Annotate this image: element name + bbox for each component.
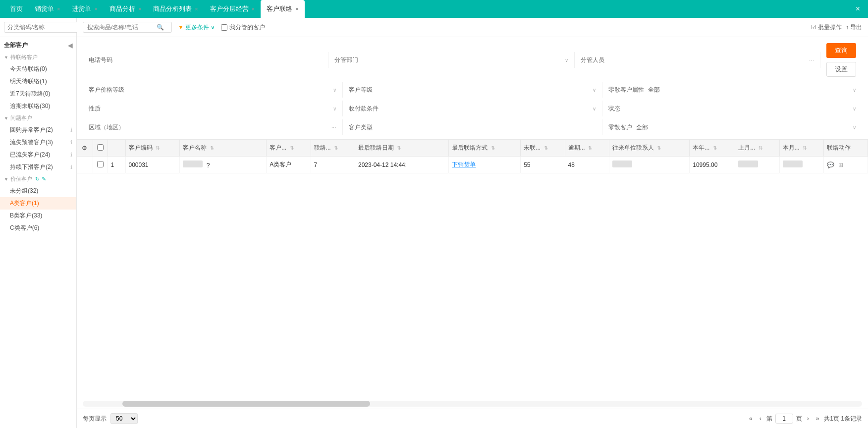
page-number-input[interactable]: [775, 414, 793, 424]
th-last-method[interactable]: 最后联络方式 ⇅: [449, 140, 521, 157]
sidebar-item-abnormal[interactable]: 回购异常客户(2) ℹ: [0, 124, 76, 136]
th-this-year[interactable]: 本年... ⇅: [690, 140, 735, 157]
sidebar-item-lost[interactable]: 已流失客户(24) ℹ: [0, 149, 76, 161]
close-contact-tab[interactable]: ×: [295, 6, 298, 12]
th-code[interactable]: 客户编码 ⇅: [125, 140, 180, 157]
sidebar-item-b-class[interactable]: B类客户(33): [0, 210, 76, 222]
th-this-month[interactable]: 本月... ⇅: [779, 140, 823, 157]
nav-home[interactable]: 首页: [4, 0, 29, 18]
sidebar-item-c-class[interactable]: C类客户(6): [0, 222, 76, 234]
sidebar-item-declining[interactable]: 持续下滑客户(2) ℹ: [0, 161, 76, 173]
nav-customer-contact[interactable]: 客户联络 ×: [261, 0, 304, 18]
row-checkbox[interactable]: [97, 161, 104, 167]
grid-icon[interactable]: ⊞: [838, 161, 843, 168]
status-select[interactable]: ∨: [624, 106, 856, 111]
th-uncontact[interactable]: 未联... ⇅: [521, 140, 565, 157]
price-level-label: 客户价格等级: [89, 86, 124, 94]
th-index: [108, 140, 125, 157]
batch-icon: ☑: [811, 24, 816, 31]
sidebar-section-value[interactable]: ▼ 价值客户 ↻ ✎: [0, 173, 76, 185]
sort-overdue-icon: ⇅: [588, 145, 592, 151]
close-analysis-tab[interactable]: ×: [138, 6, 141, 12]
nav-close-all[interactable]: ×: [852, 4, 864, 13]
close-purchase-tab[interactable]: ×: [94, 6, 97, 12]
my-customer-checkbox[interactable]: 我分管的客户: [221, 23, 265, 32]
td-this-year: 10995.00: [690, 157, 735, 173]
prev-page-btn[interactable]: ‹: [758, 415, 763, 422]
retail-attr-select[interactable]: 全部 ∨: [648, 86, 856, 94]
refresh-icon[interactable]: ↻: [35, 176, 40, 182]
sort-last-method-icon: ⇅: [491, 145, 495, 151]
edit-icon[interactable]: ✎: [42, 176, 46, 182]
phone-input[interactable]: [116, 56, 322, 63]
th-type[interactable]: 客户... ⇅: [267, 140, 311, 157]
dept-label: 分管部门: [334, 56, 358, 64]
sidebar-section-problem[interactable]: 问题客户: [0, 112, 76, 124]
my-customer-check[interactable]: [221, 24, 227, 31]
customer-name-text: ?: [207, 162, 210, 169]
main-search-input[interactable]: [87, 24, 157, 31]
export-btn[interactable]: ↑ 导出: [846, 23, 862, 32]
comment-icon[interactable]: 💬: [827, 161, 834, 168]
select-all-checkbox[interactable]: [97, 144, 104, 151]
th-last-date[interactable]: 最后联络日期 ⇅: [355, 140, 448, 157]
sidebar-section-pending[interactable]: 待联络客户: [0, 52, 76, 63]
th-name[interactable]: 客户名称 ⇅: [180, 140, 267, 157]
dept-select[interactable]: ∨: [362, 57, 568, 63]
settings-button[interactable]: 设置: [826, 62, 856, 77]
sidebar-item-overdue-contact[interactable]: 逾期未联络(30): [0, 100, 76, 112]
th-settings[interactable]: ⚙: [77, 140, 93, 157]
nature-chevron-icon: ∨: [333, 106, 336, 111]
nav-sales[interactable]: 销货单 ×: [29, 0, 66, 18]
sidebar-search-input[interactable]: [4, 22, 85, 33]
th-contact[interactable]: 联络... ⇅: [311, 140, 355, 157]
price-level-select[interactable]: ∨: [128, 87, 336, 93]
sidebar-item-7days-contact[interactable]: 近7天待联络(0): [0, 88, 76, 100]
sidebar-item-today-contact[interactable]: 今天待联络(0): [0, 63, 76, 75]
sidebar-item-ungroup[interactable]: 未分组(32): [0, 185, 76, 197]
info-icon-abnormal: ℹ: [70, 127, 72, 133]
main-search-icon[interactable]: 🔍: [157, 24, 164, 31]
table-wrapper[interactable]: ⚙ 客户编码 ⇅ 客户名称 ⇅: [77, 140, 868, 399]
region-select[interactable]: ···: [128, 124, 336, 131]
close-segment-tab[interactable]: ×: [252, 6, 255, 12]
sort-contact-icon: ⇅: [334, 145, 338, 151]
customer-level-select[interactable]: ∨: [377, 87, 597, 93]
horizontal-scrollbar[interactable]: [77, 399, 868, 409]
close-analysis-list-tab[interactable]: ×: [195, 6, 198, 12]
retail-select[interactable]: 全部 ∨: [636, 123, 856, 132]
th-overdue[interactable]: 逾期... ⇅: [565, 140, 609, 157]
status-chevron-icon: ∨: [853, 106, 856, 111]
query-button[interactable]: 查询: [826, 43, 856, 58]
sidebar-item-a-class[interactable]: A类客户(1): [0, 197, 76, 210]
next-page-btn[interactable]: ›: [805, 415, 811, 422]
data-table-container: ⚙ 客户编码 ⇅ 客户名称 ⇅: [77, 140, 868, 428]
per-page-select[interactable]: 50 20 100: [110, 413, 138, 424]
th-last-month[interactable]: 上月... ⇅: [735, 140, 779, 157]
scroll-thumb[interactable]: [122, 401, 370, 407]
more-filter-btn[interactable]: ▼ 更多条件 ∨: [178, 23, 215, 32]
payment-select[interactable]: ∨: [382, 106, 597, 111]
last-method-link[interactable]: 下销货单: [452, 161, 476, 168]
td-name: ?: [180, 157, 267, 173]
th-unit-contact[interactable]: 往来单位联系人 ⇅: [609, 140, 690, 157]
batch-op-btn[interactable]: ☑ 批量操作: [811, 23, 842, 32]
close-all-icon[interactable]: ×: [852, 4, 864, 13]
sidebar-item-churn-warning[interactable]: 流失预警客户(3) ℹ: [0, 136, 76, 149]
nature-select[interactable]: ∨: [105, 106, 336, 111]
last-page-btn[interactable]: »: [814, 415, 821, 422]
sidebar-collapse-icon[interactable]: ◀: [68, 42, 72, 49]
close-sales-tab[interactable]: ×: [57, 6, 60, 12]
first-page-btn[interactable]: «: [747, 415, 755, 422]
sidebar-item-tomorrow-contact[interactable]: 明天待联络(1): [0, 75, 76, 88]
nav-purchase[interactable]: 进货单 ×: [66, 0, 103, 18]
info-icon-lost: ℹ: [70, 152, 72, 158]
nav-analysis-list[interactable]: 商品分析列表 ×: [147, 0, 204, 18]
name-avatar: [183, 160, 203, 167]
nav-analysis[interactable]: 商品分析 ×: [104, 0, 147, 18]
footer-per-page: 每页显示 50 20 100: [83, 413, 138, 424]
nav-customer-segment[interactable]: 客户分层经营 ×: [204, 0, 261, 18]
filter-row-3: 性质 ∨ 收付款条件 ∨ 状态: [83, 101, 862, 116]
manager-select[interactable]: ···: [608, 56, 814, 63]
sidebar-all-customers[interactable]: 全部客户 ◀: [0, 37, 76, 52]
